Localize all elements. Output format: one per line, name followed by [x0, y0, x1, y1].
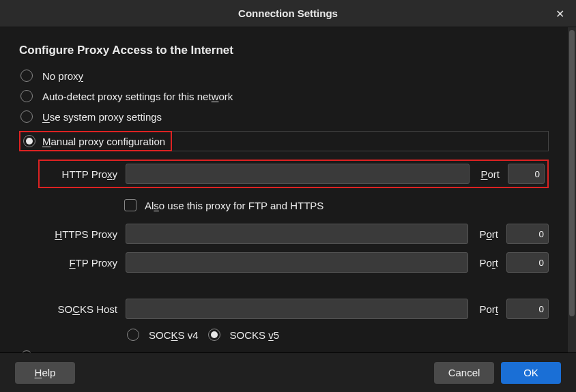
socks-host-label: SOCKS Host [38, 303, 121, 315]
radio-manual-proxy[interactable]: Manual proxy configuration [19, 131, 172, 151]
radio-label: Auto-detect proxy settings for this netw… [42, 91, 233, 102]
radio-socks-v4[interactable]: SOCKS v4 [126, 329, 199, 341]
radio-system-proxy[interactable]: Use system proxy settings [19, 110, 549, 123]
window-title: Connection Settings [238, 7, 338, 19]
close-icon[interactable]: ✕ [551, 5, 568, 22]
http-port-label: Port [474, 168, 504, 180]
dialog-footer: Help Cancel OK [0, 352, 576, 392]
https-port-label: Port [472, 228, 502, 240]
ftp-proxy-label: FTP Proxy [38, 257, 121, 269]
checkbox-label: Also use this proxy for FTP and HTTPS [145, 200, 323, 211]
http-proxy-label: HTTP Proxy [42, 168, 121, 180]
scrollbar[interactable] [568, 27, 576, 352]
radio-socks-v5[interactable]: SOCKS v5 [207, 329, 280, 341]
http-proxy-row: HTTP Proxy Port [38, 160, 549, 188]
https-proxy-port-input[interactable] [506, 224, 549, 244]
radio-icon [127, 329, 139, 341]
radio-icon [20, 70, 33, 82]
ftp-proxy-host-input[interactable] [126, 252, 468, 273]
radio-no-proxy[interactable]: No proxy [19, 70, 549, 82]
radio-label: Use system proxy settings [42, 111, 162, 123]
https-proxy-label: HTTPS Proxy [38, 228, 121, 240]
radio-icon [20, 350, 33, 352]
radio-auto-detect[interactable]: Auto-detect proxy settings for this netw… [19, 90, 549, 102]
dialog-content: Configure Proxy Access to the Internet N… [0, 27, 568, 352]
cancel-button[interactable]: Cancel [434, 362, 494, 384]
socks-port-input[interactable] [506, 299, 549, 319]
http-proxy-port-input[interactable] [508, 164, 545, 184]
socks-port-label: Port [472, 303, 502, 315]
scrollbar-thumb[interactable] [569, 30, 575, 316]
help-button[interactable]: Help [15, 362, 75, 384]
radio-auto-config-url[interactable]: Automatic proxy configuration URL [19, 350, 549, 352]
radio-icon [20, 110, 33, 123]
radio-label: Manual proxy configuration [42, 136, 165, 147]
section-heading: Configure Proxy Access to the Internet [19, 44, 549, 57]
also-use-proxy-checkbox-row[interactable]: Also use this proxy for FTP and HTTPS [124, 199, 549, 211]
socks-host-input[interactable] [126, 299, 468, 319]
radio-label: SOCKS v5 [230, 329, 280, 341]
radio-icon [20, 90, 33, 102]
radio-label: SOCKS v4 [149, 329, 199, 341]
ftp-proxy-port-input[interactable] [506, 252, 549, 273]
https-proxy-host-input[interactable] [126, 224, 468, 244]
titlebar: Connection Settings ✕ [0, 0, 576, 27]
checkbox-icon [124, 199, 136, 211]
http-proxy-host-input[interactable] [126, 164, 470, 184]
radio-icon [208, 329, 220, 341]
radio-icon [23, 135, 35, 147]
ftp-port-label: Port [472, 257, 502, 269]
ok-button[interactable]: OK [501, 362, 561, 384]
radio-manual-proxy-row: Manual proxy configuration [19, 131, 549, 151]
radio-label: Automatic proxy configuration URL [42, 351, 201, 353]
radio-label: No proxy [42, 70, 83, 82]
